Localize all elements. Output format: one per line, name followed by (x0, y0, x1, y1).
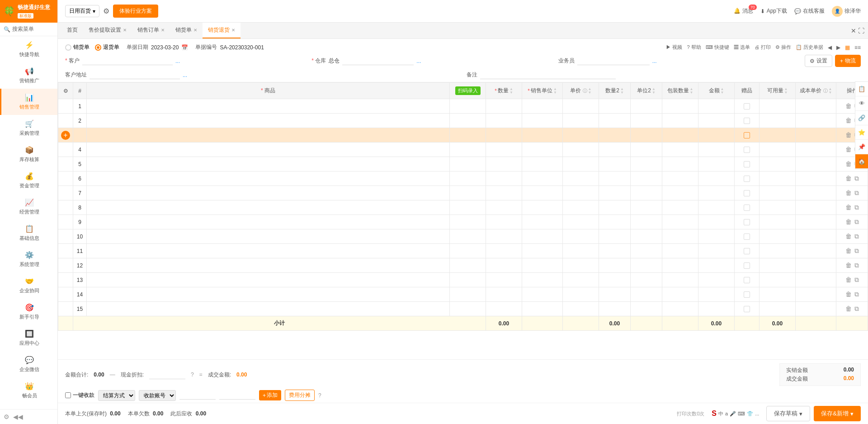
settings-button[interactable]: ⚙ 设置 (805, 55, 832, 67)
add-payment-button[interactable]: + 添加 (259, 390, 281, 400)
delete-row-icon[interactable]: 🗑 (845, 247, 852, 255)
sidebar-item-wechat[interactable]: 💬 企业微信 (0, 351, 57, 377)
logistics-button[interactable]: + 物流 (835, 55, 861, 67)
amount-sort[interactable]: ▲▼ (721, 87, 724, 94)
remark-input[interactable] (480, 71, 616, 79)
warehouse-ellipsis[interactable]: ... (416, 58, 421, 64)
cost-info-icon[interactable]: ⓘ (823, 88, 828, 94)
tab-sales-order-close[interactable]: ✕ (161, 28, 165, 33)
delete-row-icon[interactable]: 🗑 (845, 262, 852, 269)
one-key-payment-checkbox[interactable]: 一键收款 (65, 391, 94, 399)
account-select[interactable]: 收款账号 (139, 390, 176, 401)
unit2-sort[interactable]: ▲▼ (652, 87, 656, 94)
sidebar-item-marketing[interactable]: 📢 营销推广 (0, 62, 57, 89)
sales-unit-sort[interactable]: ▲▼ (553, 87, 557, 94)
customer-ellipsis[interactable]: ... (175, 58, 180, 64)
scan-button[interactable]: 扫码录入 (455, 86, 481, 95)
toolbar-select[interactable]: ☰ 选单 (734, 44, 750, 51)
address-ellipsis[interactable]: ... (183, 72, 187, 78)
package-sort[interactable]: ▲▼ (690, 87, 693, 94)
copy-row-icon[interactable]: ⧉ (854, 262, 859, 269)
account-no-input[interactable] (179, 391, 216, 400)
sidebar-item-quick-nav[interactable]: ⚡ 快捷导航 (0, 36, 57, 62)
th-package-qty[interactable]: 包装数量 ▲▼ (662, 83, 698, 99)
toolbar-shortcut[interactable]: ⌨ 快捷键 (706, 44, 729, 51)
tab-sales-delivery[interactable]: 销货单 ✕ (170, 23, 203, 38)
industry-select[interactable]: 日用百货 ▾ (65, 5, 99, 17)
prev-doc-icon[interactable]: ◀ (828, 44, 832, 51)
copy-row-icon[interactable]: ⧉ (854, 247, 859, 255)
gift-checkbox[interactable] (744, 176, 750, 182)
message-center[interactable]: 🔔 消息 70 (734, 7, 753, 15)
sales-unit-cell[interactable] (522, 99, 563, 114)
calendar-icon[interactable]: 📅 (181, 44, 188, 51)
quantity-sort[interactable]: ▲▼ (509, 87, 513, 94)
input-icon-4[interactable]: ⌨ (738, 411, 745, 417)
delete-row-icon[interactable]: 🗑 (845, 305, 852, 313)
add-row-button[interactable]: + (61, 131, 70, 140)
settlement-method-select[interactable]: 结算方式 (98, 390, 135, 401)
address-input[interactable] (90, 71, 180, 79)
gift-checkbox[interactable] (744, 233, 750, 240)
gift-checkbox[interactable] (744, 190, 750, 196)
sidebar-item-inventory[interactable]: 📦 库存核算 (0, 141, 57, 167)
side-icon-home[interactable]: 🏠 (855, 154, 868, 169)
th-quantity2[interactable]: 数量2 ▲▼ (599, 83, 631, 99)
next-doc-icon[interactable]: ▶ (836, 44, 840, 51)
th-available[interactable]: 可用量 ▲▼ (760, 83, 796, 99)
gift-checkbox[interactable] (744, 118, 750, 124)
copy-row-icon[interactable]: ⧉ (854, 189, 859, 197)
delete-row-icon[interactable]: 🗑 (845, 175, 852, 182)
toolbar-operation[interactable]: ⚙ 操作 (775, 44, 791, 51)
tab-home[interactable]: 首页 (61, 23, 83, 38)
warehouse-input[interactable] (342, 57, 414, 65)
th-unit-price[interactable]: 单价 ⓘ ▲▼ (563, 83, 599, 99)
gift-checkbox[interactable] (744, 205, 750, 211)
fee-split-button[interactable]: 费用分摊 (285, 390, 315, 401)
delete-row-icon[interactable]: 🗑 (845, 189, 852, 197)
gift-checkbox[interactable] (744, 262, 750, 269)
copy-row-icon[interactable]: ⧉ (854, 291, 859, 298)
unit2-cell[interactable] (631, 99, 662, 114)
column-settings-icon[interactable]: ⚙ (63, 88, 68, 94)
price-sort[interactable]: ▲▼ (588, 87, 592, 94)
unit-price-info-icon[interactable]: ⓘ (583, 88, 587, 94)
sidebar-item-appstore[interactable]: 🔲 应用中心 (0, 325, 57, 351)
grid-view-icon[interactable]: ▦ (845, 44, 850, 51)
app-download-link[interactable]: ⬇ App下载 (760, 7, 787, 15)
toolbar-video[interactable]: ▶ 视频 (666, 44, 682, 51)
delete-row-icon[interactable]: 🗑 (845, 218, 852, 226)
amount-cell[interactable] (698, 99, 735, 114)
copy-row-icon[interactable]: ⧉ (854, 175, 859, 182)
tab-sales-return-close[interactable]: ✕ (231, 28, 235, 33)
input-icon-3[interactable]: 🎤 (730, 411, 736, 417)
th-scan[interactable]: 扫码录入 (450, 83, 486, 99)
side-icon-star[interactable]: ⭐ (855, 125, 868, 140)
th-gift[interactable]: 赠品 (735, 83, 760, 99)
tab-price-setting[interactable]: 售价提取设置 ✕ (83, 23, 132, 38)
copy-row-icon[interactable]: ⧉ (854, 204, 859, 211)
question-icon[interactable]: ? (191, 372, 194, 378)
maximize-icon[interactable]: ⛶ (858, 27, 864, 34)
delete-row-icon[interactable]: 🗑 (845, 131, 852, 139)
copy-row-icon[interactable]: ⧉ (854, 276, 859, 284)
save-draft-button[interactable]: 保存草稿 ▾ (766, 406, 810, 421)
side-icon-link[interactable]: 🔗 (855, 111, 868, 125)
save-new-button[interactable]: 保存&新增 ▾ (814, 406, 861, 421)
sidebar-item-system[interactable]: ⚙️ 系统管理 (0, 246, 57, 272)
gift-checkbox[interactable] (744, 277, 750, 283)
input-icon-5[interactable]: 👕 (747, 411, 753, 417)
sidebar-item-sales[interactable]: 📊 销售管理 (0, 89, 57, 115)
cash-discount-input[interactable] (149, 371, 185, 379)
sidebar-item-enterprise[interactable]: 🤝 企业协同 (0, 272, 57, 299)
salesman-input[interactable] (577, 57, 650, 65)
gift-checkbox[interactable] (744, 291, 750, 298)
delete-row-icon[interactable]: 🗑 (845, 146, 852, 153)
online-service-link[interactable]: 💬 在线客服 (794, 7, 825, 15)
gift-checkbox[interactable] (744, 132, 750, 138)
product-cell[interactable] (87, 99, 450, 114)
fee-help-icon[interactable]: ? (318, 392, 321, 399)
tab-sales-return[interactable]: 销货退货 ✕ (203, 23, 241, 38)
gift-checkbox[interactable] (744, 147, 750, 153)
tab-sales-order[interactable]: 销售订单 ✕ (132, 23, 170, 38)
